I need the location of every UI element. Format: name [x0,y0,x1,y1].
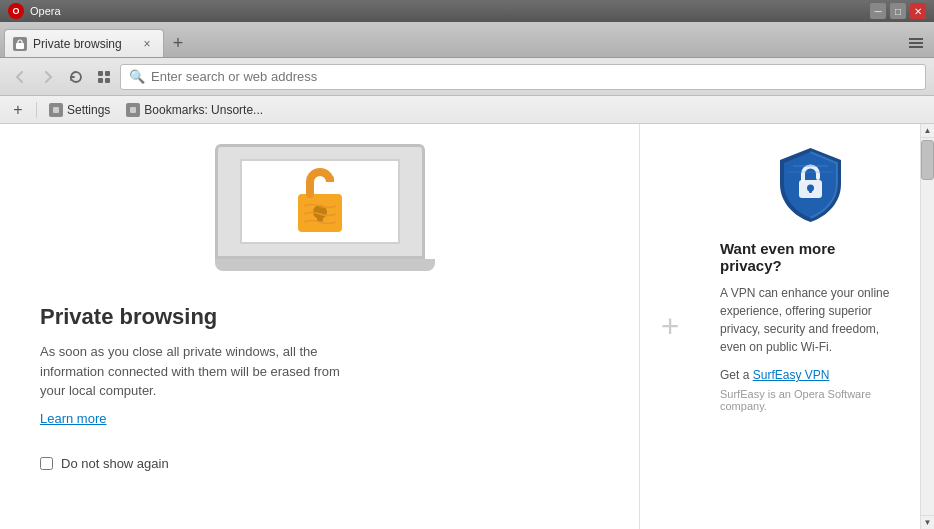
tab-private-icon [13,37,27,51]
reload-icon [69,70,83,84]
private-browsing-description: As soon as you close all private windows… [40,342,360,401]
learn-more-link[interactable]: Learn more [40,411,106,426]
back-icon [13,70,27,84]
surfeasy-vpn-link[interactable]: SurfEasy VPN [753,368,830,382]
vpn-shield-illustration [770,144,850,224]
close-button[interactable]: ✕ [910,3,926,19]
scroll-track[interactable] [921,138,934,515]
address-bar[interactable]: 🔍 [120,64,926,90]
search-icon: 🔍 [129,69,145,84]
svg-rect-5 [105,71,110,76]
laptop-illustration [215,144,425,284]
scroll-up-icon: ▲ [924,126,932,135]
forward-icon [41,70,55,84]
svg-rect-3 [909,46,923,48]
app-title: Opera [30,5,61,17]
nav-bar: 🔍 [0,58,934,96]
laptop-base [215,259,435,271]
svg-rect-4 [98,71,103,76]
content-area: Private browsing As soon as you close al… [0,124,934,529]
bookmarks-bar: + Settings Bookmarks: Unsorte... [0,96,934,124]
reload-button[interactable] [64,65,88,89]
tab-options-button[interactable] [902,29,930,57]
vpn-title: Want even more privacy? [720,240,900,274]
do-not-show-row: Do not show again [40,446,169,471]
svg-rect-7 [105,78,110,83]
settings-bookmark-icon [49,103,63,117]
new-tab-button[interactable]: + [164,29,192,57]
lock-icon [290,164,350,239]
tab-options-icon [908,35,924,51]
plus-separator: + [640,124,700,529]
scroll-up-button[interactable]: ▲ [921,124,934,138]
bookmarks-icon [126,103,140,117]
bookmark-settings-label: Settings [67,103,110,117]
vpn-description: A VPN can enhance your online experience… [720,284,900,356]
svg-rect-11 [130,107,136,113]
scroll-down-button[interactable]: ▼ [921,515,934,529]
plus-icon: + [661,308,680,345]
private-browsing-tab[interactable]: Private browsing × [4,29,164,57]
vpn-footer: SurfEasy is an Opera Software company. [720,388,900,412]
bookmark-divider [36,102,37,118]
forward-button[interactable] [36,65,60,89]
svg-rect-9 [53,107,59,113]
maximize-button[interactable]: □ [890,3,906,19]
tab-label: Private browsing [33,37,122,51]
svg-rect-2 [909,42,923,44]
inner-content: Private browsing As soon as you close al… [0,124,920,529]
grid-button[interactable] [92,65,116,89]
main-content: Private browsing As soon as you close al… [0,124,920,529]
tab-close-button[interactable]: × [139,36,155,52]
grid-icon [97,70,111,84]
svg-rect-6 [98,78,103,83]
vpn-get-text: Get a SurfEasy VPN [720,368,900,382]
bookmark-bookmarks[interactable]: Bookmarks: Unsorte... [122,101,267,119]
add-bookmark-button[interactable]: + [8,100,28,120]
laptop-screen-inner [240,159,400,244]
search-input[interactable] [151,69,917,84]
right-section: Want even more privacy? A VPN can enhanc… [700,124,920,529]
bookmark-bookmarks-label: Bookmarks: Unsorte... [144,103,263,117]
scroll-down-icon: ▼ [924,518,932,527]
vpn-shield-icon [773,144,848,224]
opera-logo: O [8,3,24,19]
vpn-get-label: Get a [720,368,749,382]
title-bar: O Opera ─ □ ✕ [0,0,934,22]
do-not-show-label: Do not show again [61,456,169,471]
minimize-button[interactable]: ─ [870,3,886,19]
svg-rect-0 [16,43,24,49]
back-button[interactable] [8,65,32,89]
do-not-show-checkbox[interactable] [40,457,53,470]
scroll-thumb[interactable] [921,140,934,180]
left-section: Private browsing As soon as you close al… [0,124,640,529]
laptop-screen [215,144,425,259]
scrollbar[interactable]: ▲ ▼ [920,124,934,529]
svg-rect-17 [809,188,812,193]
tab-bar: Private browsing × + [0,22,934,58]
svg-rect-1 [909,38,923,40]
private-browsing-title: Private browsing [40,304,217,330]
bookmark-settings[interactable]: Settings [45,101,114,119]
